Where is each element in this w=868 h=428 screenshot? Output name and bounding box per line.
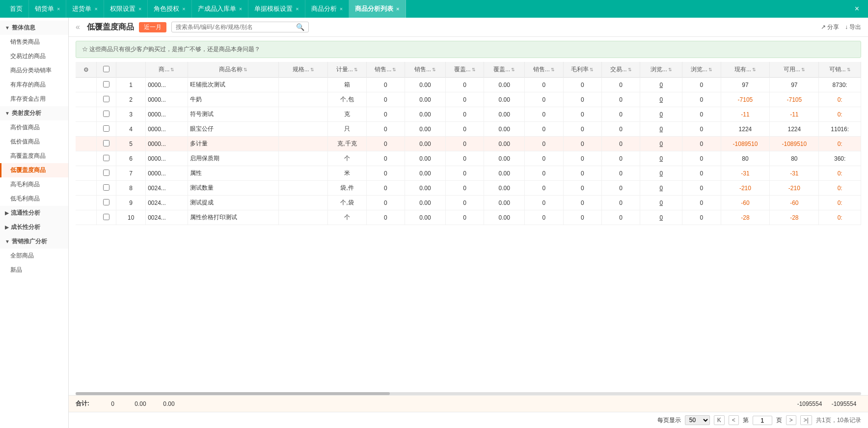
row-checkbox[interactable] (103, 214, 109, 220)
settings-column-header[interactable]: ⚙ (76, 62, 97, 78)
browse1-column-header[interactable]: 浏览...⇅ (640, 62, 682, 78)
checkbox-cell[interactable] (97, 166, 116, 181)
row-num-cell: 8 (116, 181, 146, 196)
row-checkbox[interactable] (103, 125, 109, 132)
prev-page-button[interactable]: < (729, 415, 739, 425)
gross-margin-column-header[interactable]: 毛利率⇅ (563, 62, 601, 78)
close-all-tabs-button[interactable]: × (850, 4, 864, 13)
browse1-cell[interactable]: 0 (640, 122, 682, 137)
export-button[interactable]: ↓ 导出 (845, 23, 861, 31)
nav-permission-settings[interactable]: 权限设置 × (104, 0, 148, 18)
nav-purchase-order[interactable]: 进货单 × (66, 0, 104, 18)
sidebar-item-stocked-goods[interactable]: 有库存的商品 (0, 78, 68, 92)
close-icon[interactable]: × (239, 6, 242, 12)
nav-home[interactable]: 首页 (4, 0, 29, 18)
browse1-cell[interactable]: 0 (640, 137, 682, 151)
browse2-column-header[interactable]: 浏览...⇅ (682, 62, 721, 78)
nav-template-settings[interactable]: 单据模板设置 × (248, 0, 305, 18)
browse1-cell[interactable]: 0 (640, 78, 682, 92)
browse1-cell[interactable]: 0 (640, 196, 682, 210)
sidebar-item-low-margin[interactable]: 低毛利商品 (0, 192, 68, 206)
row-checkbox[interactable] (103, 96, 109, 102)
cov1-cell: 0 (445, 181, 484, 196)
sidebar-item-low-coverage[interactable]: 低覆盖度商品 (0, 163, 68, 177)
sidebar-item-low-value[interactable]: 低价值商品 (0, 135, 68, 149)
page-number-input[interactable] (753, 416, 772, 425)
sidebar-item-high-coverage[interactable]: 高覆盖度商品 (0, 149, 68, 163)
sales-count-column-header[interactable]: 销售...⇅ (366, 62, 405, 78)
row-checkbox[interactable] (103, 170, 109, 176)
main-layout: ▼ 整体信息 销售类商品 交易过的商品 商品分类动销率 有库存的商品 库存资金占… (0, 18, 868, 428)
coverage1-column-header[interactable]: 覆盖...⇅ (445, 62, 484, 78)
row-checkbox[interactable] (103, 140, 109, 146)
coverage2-column-header[interactable]: 覆盖...⇅ (484, 62, 525, 78)
share-button[interactable]: ↗ 分享 (821, 23, 839, 31)
close-icon[interactable]: × (94, 6, 97, 12)
nav-product-inbound[interactable]: 产成品入库单 × (192, 0, 248, 18)
spec-cell (279, 92, 328, 107)
per-page-select[interactable]: 50 20 100 (685, 415, 710, 425)
nav-sales-order[interactable]: 销货单 × (29, 0, 66, 18)
sidebar-section-liquidity[interactable]: ▶ 流通性分析 (0, 206, 68, 220)
sidebar-item-high-margin[interactable]: 高毛利商品 (0, 177, 68, 192)
checkbox-cell[interactable] (97, 137, 116, 151)
browse1-cell[interactable]: 0 (640, 181, 682, 196)
checkbox-cell[interactable] (97, 210, 116, 225)
checkbox-cell[interactable] (97, 181, 116, 196)
next-page-button[interactable]: > (786, 415, 796, 425)
row-checkbox[interactable] (103, 155, 109, 161)
sidebar-section-coverage-analysis[interactable]: ▼ 类射度分析 (0, 106, 68, 120)
unit-column-header[interactable]: 计量...⇅ (328, 62, 366, 78)
sales-amount-cell: 0.00 (405, 196, 446, 210)
nav-product-analysis[interactable]: 商品分析 × (305, 0, 349, 18)
transaction-column-header[interactable]: 交易...⇅ (601, 62, 640, 78)
checkbox-cell[interactable] (97, 78, 116, 92)
close-icon[interactable]: × (138, 6, 141, 12)
browse1-cell[interactable]: 0 (640, 107, 682, 122)
close-icon[interactable]: × (182, 6, 185, 12)
browse1-cell[interactable]: 0 (640, 210, 682, 225)
checkbox-cell[interactable] (97, 196, 116, 210)
spec-column-header[interactable]: 规格...⇅ (279, 62, 328, 78)
checkbox-cell[interactable] (97, 92, 116, 107)
checkbox-cell[interactable] (97, 107, 116, 122)
sidebar-item-category-turnover[interactable]: 商品分类动销率 (0, 63, 68, 78)
nav-product-analysis-list[interactable]: 商品分析列表 × (349, 0, 406, 18)
name-column-header[interactable]: 商品名称⇅ (188, 62, 278, 78)
checkbox-cell[interactable] (97, 151, 116, 166)
sidebar-item-stock-capital[interactable]: 库存资金占用 (0, 92, 68, 106)
available-column-header[interactable]: 可用...⇅ (770, 62, 819, 78)
select-all-checkbox[interactable] (103, 66, 109, 72)
code-column-header[interactable]: 商...⇅ (146, 62, 188, 78)
sales3-column-header[interactable]: 销售...⇅ (525, 62, 563, 78)
close-icon[interactable]: × (296, 6, 298, 12)
browse1-cell[interactable]: 0 (640, 92, 682, 107)
sellable-column-header[interactable]: 可销...⇅ (819, 62, 861, 78)
browse1-cell[interactable]: 0 (640, 151, 682, 166)
time-filter-button[interactable]: 近一月 (139, 22, 166, 32)
close-icon[interactable]: × (396, 6, 399, 12)
sidebar-section-overall-info[interactable]: ▼ 整体信息 (0, 21, 68, 35)
search-input[interactable] (176, 24, 294, 30)
sidebar-item-all-goods[interactable]: 全部商品 (0, 249, 68, 263)
row-checkbox[interactable] (103, 81, 109, 87)
row-checkbox[interactable] (103, 199, 109, 205)
sidebar-item-traded-goods[interactable]: 交易过的商品 (0, 49, 68, 63)
row-checkbox[interactable] (103, 111, 109, 117)
sidebar-collapse-button[interactable]: « (76, 23, 80, 31)
sidebar-section-growth[interactable]: ▶ 成长性分析 (0, 220, 68, 234)
last-page-button[interactable]: >| (800, 415, 812, 425)
browse1-cell[interactable]: 0 (640, 166, 682, 181)
close-icon[interactable]: × (57, 6, 60, 12)
sidebar-item-new-goods[interactable]: 新品 (0, 263, 68, 277)
sidebar-section-marketing[interactable]: ▼ 营销推广分析 (0, 234, 68, 249)
close-icon[interactable]: × (340, 6, 343, 12)
first-page-button[interactable]: K (714, 415, 725, 425)
nav-role-auth[interactable]: 角色授权 × (148, 0, 191, 18)
row-checkbox[interactable] (103, 184, 109, 191)
sidebar-item-sales-goods[interactable]: 销售类商品 (0, 35, 68, 49)
current-stock-column-header[interactable]: 现有...⇅ (721, 62, 770, 78)
sales-amount-column-header[interactable]: 销售...⇅ (405, 62, 446, 78)
checkbox-cell[interactable] (97, 122, 116, 137)
sidebar-item-high-value[interactable]: 高价值商品 (0, 120, 68, 135)
